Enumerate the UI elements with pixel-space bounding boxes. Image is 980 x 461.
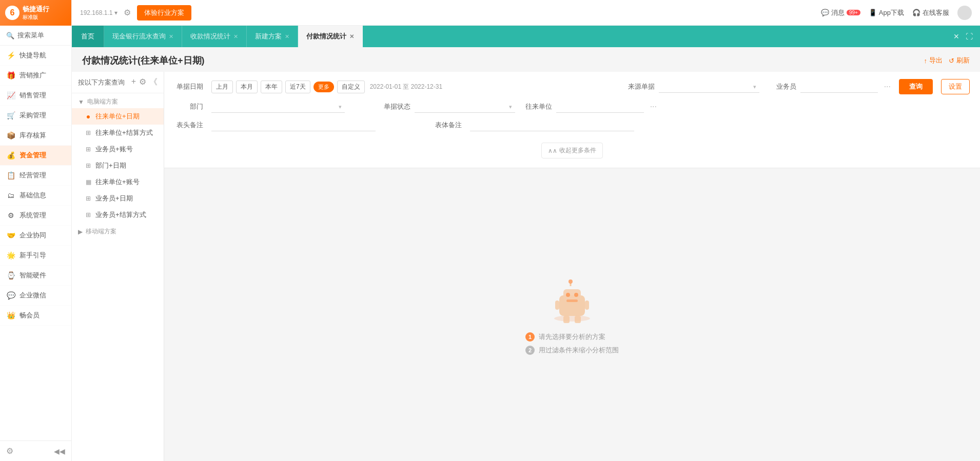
empty-hint-2-text: 用过滤条件来缩小分析范围 (539, 346, 619, 355)
tab-bank-close-icon[interactable]: ✕ (169, 33, 173, 40)
scheme-item-dept-date[interactable]: ⊞ 部门+日期 (72, 157, 164, 174)
scheme-item-staff-date[interactable]: ⊞ 业务员+日期 (72, 190, 164, 207)
date-btn-this-year[interactable]: 本年 (261, 81, 282, 93)
empty-hint-1: 1 请先选择要分析的方案 (525, 332, 619, 342)
source-filter-select[interactable] (659, 81, 759, 93)
svg-rect-9 (575, 316, 581, 323)
sidebar-item-guide-label: 新手引导 (19, 251, 46, 260)
source-filter-section: 来源单据 ▾ (626, 81, 759, 93)
sidebar-item-hardware[interactable]: ⌚ 智能硬件 (0, 266, 71, 286)
sidebar-footer-settings-icon[interactable]: ⚙ (6, 446, 13, 456)
status-filter-select[interactable] (415, 101, 515, 113)
tab-home-label: 首页 (81, 32, 94, 41)
sidebar-item-enterprise-label: 企业协同 (19, 231, 46, 240)
scheme-item-unit-date[interactable]: ● 往来单位+日期 (72, 108, 164, 125)
scheme-collapse-button[interactable]: 《 (149, 77, 158, 88)
tab-payment-label: 付款情况统计 (306, 32, 346, 41)
sidebar-item-marketing[interactable]: 🎁 营销推广 (0, 66, 71, 86)
scheme-group-desktop[interactable]: ▼ 电脑端方案 (72, 93, 164, 108)
sidebar-collapse-icon[interactable]: ◀◀ (54, 447, 65, 455)
page-actions: ↑ 导出 ↺ 刷新 (924, 56, 970, 65)
scheme-item-staff-settle-label: 业务员+结算方式 (95, 210, 146, 219)
date-btn-7days[interactable]: 近7天 (285, 81, 310, 93)
tab-payment[interactable]: 付款情况统计 ✕ (298, 26, 363, 47)
scheme-item-unit-settle[interactable]: ⊞ 往来单位+结算方式 (72, 125, 164, 141)
scheme-manage-button[interactable]: ⚙ (139, 77, 146, 88)
sidebar-item-hardware-label: 智能硬件 (19, 271, 46, 280)
collapse-button[interactable]: ∧∧ 收起更多条件 (541, 143, 603, 158)
sidebar-item-operation[interactable]: 📋 经营管理 (0, 166, 71, 186)
staff-filter-section: 业务员 ··· (768, 81, 891, 93)
scheme-item-grid-icon-4: ⊞ (84, 194, 92, 203)
message-item[interactable]: 💬 消息 99+ (821, 8, 860, 17)
partner-filter-input[interactable] (556, 101, 644, 113)
date-btn-this-month[interactable]: 本月 (236, 81, 258, 93)
logo-icon: 6 (5, 6, 19, 20)
sidebar-item-wechat[interactable]: 💬 企业微信 (0, 286, 71, 306)
online-service-item[interactable]: 🎧 在线客服 (912, 8, 949, 17)
sidebar-item-nav[interactable]: ⚡ 快捷导航 (0, 46, 71, 66)
settings-icon[interactable]: ⚙ (124, 8, 131, 17)
staff-filter-dots[interactable]: ··· (884, 82, 891, 91)
user-avatar[interactable] (957, 6, 972, 20)
scheme-group-mobile[interactable]: ▶ 移动端方案 (72, 223, 164, 238)
settings-button[interactable]: 设置 (941, 79, 970, 94)
date-btn-last-month[interactable]: 上月 (211, 81, 233, 93)
sidebar-item-marketing-label: 营销推广 (19, 71, 46, 80)
tab-receipt[interactable]: 收款情况统计 ✕ (182, 26, 247, 47)
sidebar-item-purchase[interactable]: 🛒 采购管理 (0, 106, 71, 126)
app-download-item[interactable]: 📱 App下载 (869, 8, 904, 17)
svg-point-3 (566, 293, 570, 297)
hint-number-2: 2 (525, 346, 535, 355)
body-note-input[interactable] (470, 119, 634, 131)
svg-rect-8 (563, 316, 570, 323)
tab-receipt-close-icon[interactable]: ✕ (233, 33, 238, 40)
scheme-panel-header: 按以下方案查询 + ⚙ 《 (72, 72, 164, 93)
tab-window-close-icon[interactable]: ✕ (951, 32, 962, 41)
date-range-display: 2022-01-01 至 2022-12-31 (370, 83, 442, 91)
tab-home[interactable]: 首页 (72, 26, 104, 47)
tab-new-label: 新建方案 (255, 32, 282, 41)
sidebar-item-basic[interactable]: 🗂 基础信息 (0, 186, 71, 206)
status-filter-section: 单据状态 ▾ (382, 101, 515, 113)
scheme-item-staff-account[interactable]: ⊞ 业务员+账号 (72, 141, 164, 157)
system-icon: ⚙ (6, 211, 15, 220)
sidebar-item-system[interactable]: ⚙ 系统管理 (0, 206, 71, 226)
staff-filter-input[interactable] (800, 81, 878, 93)
address-dropdown-icon[interactable]: ▾ (114, 9, 117, 16)
sidebar-item-sales[interactable]: 📈 销售管理 (0, 86, 71, 106)
header-note-input[interactable] (211, 119, 376, 131)
refresh-button[interactable]: ↺ 刷新 (949, 56, 970, 65)
date-btn-more[interactable]: 更多 (313, 82, 334, 92)
sidebar-item-funds-label: 资金管理 (19, 151, 46, 160)
sidebar-item-inventory[interactable]: 📦 库存核算 (0, 126, 71, 146)
partner-filter-dots[interactable]: ··· (650, 102, 657, 111)
scheme-add-button[interactable]: + (131, 77, 136, 88)
source-filter-label: 来源单据 (626, 82, 655, 91)
tab-new-close-icon[interactable]: ✕ (285, 33, 289, 40)
tab-maximize-icon[interactable]: ⛶ (964, 32, 975, 41)
sidebar-item-funds[interactable]: 💰 资金管理 (0, 146, 71, 166)
trial-button[interactable]: 体验行业方案 (137, 5, 191, 21)
tab-new[interactable]: 新建方案 ✕ (247, 26, 298, 47)
staff-filter-wrap (800, 81, 878, 93)
scheme-item-unit-account[interactable]: ▦ 往来单位+账号 (72, 174, 164, 190)
sidebar-item-search[interactable]: 🔍 搜索菜单 (0, 26, 71, 46)
purchase-icon: 🛒 (6, 111, 15, 120)
dept-filter-select[interactable] (211, 101, 345, 113)
export-button[interactable]: ↑ 导出 (924, 56, 943, 65)
scheme-item-staff-settle[interactable]: ⊞ 业务员+结算方式 (72, 207, 164, 223)
filter-area: 单据日期 上月 本月 本年 近7天 更多 自定义 2022-01-01 至 20… (164, 72, 980, 168)
sidebar-item-member[interactable]: 👑 畅会员 (0, 306, 71, 326)
date-btn-custom[interactable]: 自定义 (337, 81, 365, 93)
scheme-panel-title: 按以下方案查询 (78, 78, 125, 87)
sidebar-item-guide[interactable]: 🌟 新手引导 (0, 246, 71, 266)
sidebar-item-enterprise[interactable]: 🤝 企业协同 (0, 226, 71, 246)
main-area: 192.168.1.1 ▾ ⚙ 体验行业方案 💬 消息 99+ 📱 App下载 … (72, 0, 980, 461)
query-button[interactable]: 查询 (899, 79, 933, 94)
search-icon: 🔍 (6, 32, 14, 39)
tab-bank[interactable]: 现金银行流水查询 ✕ (104, 26, 182, 47)
scheme-item-active-icon: ● (84, 112, 92, 121)
sidebar-item-wechat-label: 企业微信 (19, 291, 46, 300)
tab-payment-close-icon[interactable]: ✕ (349, 33, 354, 40)
